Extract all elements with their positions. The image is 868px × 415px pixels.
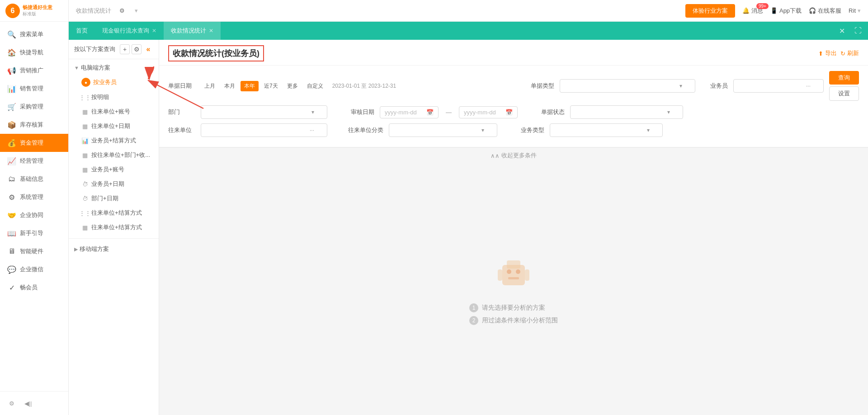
scheme-item-salesman-date[interactable]: ⏱ 业务员+日期 [69,177,159,191]
counterpart-class-label: 往来单位分类 [347,126,383,134]
review-date-to-input[interactable]: yyyy-mm-dd 📅 [459,106,518,118]
date-tab-this-year[interactable]: 本年 [241,81,259,91]
trial-button[interactable]: 体验行业方案 [685,4,735,18]
counterpart-class-select[interactable]: ▾ [389,123,497,137]
tab-close-cashflow[interactable]: ✕ [152,28,156,34]
sidebar-item-marketing[interactable]: 📢 营销推广 [0,61,68,80]
add-scheme-button[interactable]: + [120,44,130,54]
export-button[interactable]: ⬆ 导出 [818,49,837,57]
active-circle-icon: ● [81,78,90,87]
date-tab-more[interactable]: 更多 [283,81,302,91]
scheme-item-salesman-account[interactable]: ▦ 业务员+账号 [69,162,159,177]
svg-point-2 [507,269,511,274]
tab-cashflow[interactable]: 现金银行流水查询 ✕ [95,22,164,40]
unit-dept-icon: ▦ [81,151,89,159]
scheme-item-detail[interactable]: ⋮⋮ 按明细 [69,90,159,104]
scheme-item-unit-date[interactable]: ▦ 往来单位+日期 [69,119,159,133]
collapse-more-row[interactable]: ∧∧ 收起更多条件 [159,147,868,163]
collapse-more-button[interactable]: ∧∧ 收起更多条件 [491,151,537,160]
left-panel-header: 按以下方案查询 + ⚙ « [69,40,159,59]
tab-close-receipt[interactable]: ✕ [209,28,213,34]
scheme-item-dept-date[interactable]: ⏱ 部门+日期 [69,191,159,206]
empty-state: 1 请先选择要分析的方案 2 用过滤条件来缩小分析范围 [469,254,558,325]
sidebar-settings-button[interactable]: ⚙ [5,397,18,410]
scheme-item-salesman-settlement[interactable]: 📊 业务员+结算方式 [69,133,159,148]
voucher-status-select[interactable]: ▾ [570,105,683,119]
tab-close-all-button[interactable]: ✕ [835,24,848,37]
filter-action-buttons: 查询 设置 [829,71,859,101]
counterpart-select[interactable]: ··· [201,123,327,137]
sidebar-item-inventory[interactable]: 📦 库存核算 [0,116,68,134]
sidebar-item-purchase[interactable]: 🛒 采购管理 [0,98,68,116]
business-type-select[interactable]: ▾ [550,123,663,137]
business-type-label: 业务类型 [517,126,544,134]
scheme-item-unit-dept[interactable]: ▦ 按往来单位+部门+收... [69,148,159,162]
review-date-from-input[interactable]: yyyy-mm-dd 📅 [380,106,439,118]
tip-1: 1 请先选择要分析的方案 [469,303,558,312]
tab-receipt[interactable]: 收款情况统计 ✕ [164,22,221,40]
scheme-settings-button[interactable]: ⚙ [132,44,142,54]
voucher-status-arrow-icon: ▾ [667,109,670,115]
guide-icon: 📖 [7,229,16,238]
svg-rect-4 [508,277,519,279]
empty-illustration [493,254,534,294]
logo-area: 6 畅捷通好生意 标准版 [0,0,68,22]
business-type-arrow-icon: ▾ [647,127,650,133]
tip-2: 2 用过滤条件来缩小分析范围 [469,316,558,325]
unit-account-icon: ▦ [81,108,89,115]
panel-collapse-button[interactable]: « [143,44,153,54]
tree-section-desktop: ▼ 电脑端方案 ● 按业务员 ⋮⋮ 按明细 ▦ 往来单位+账号 ▦ [69,59,159,236]
scheme-item-unit-settlement1[interactable]: ⋮⋮ 往来单位+结算方式 [69,206,159,220]
logo-text: 畅捷通好生意 标准版 [23,4,52,17]
sidebar-item-operation[interactable]: 📈 经营管理 [0,152,68,170]
scheme-item-unit-account[interactable]: ▦ 往来单位+账号 [69,104,159,119]
date-tab-7days[interactable]: 近7天 [260,81,282,91]
tree-mobile-header[interactable]: ▶ 移动端方案 [69,242,159,256]
salesman-account-icon: ▦ [81,166,89,173]
sidebar-item-enterprise[interactable]: 🤝 企业协同 [0,206,68,224]
app-download-button[interactable]: 📱 App下载 [770,7,802,15]
sidebar-item-sales[interactable]: 📊 销售管理 [0,80,68,98]
date-tab-last-month[interactable]: 上月 [201,81,219,91]
tab-home[interactable]: 首页 [69,22,95,40]
user-name[interactable]: Rit ▾ [849,7,861,14]
salesman-date-icon: ⏱ [81,180,89,188]
tree-desktop-header[interactable]: ▼ 电脑端方案 [69,61,159,75]
sidebar-item-wechat[interactable]: 💬 企业微信 [0,260,68,278]
sidebar-item-guide[interactable]: 📖 新手引导 [0,224,68,242]
online-service-button[interactable]: 🎧 在线客服 [809,7,841,15]
sidebar-item-quick-nav[interactable]: 🏠 快捷导航 [0,43,68,61]
sidebar-item-finance[interactable]: 💰 资金管理 [0,134,68,152]
sidebar-item-basic[interactable]: 🗂 基础信息 [0,170,68,188]
date-tab-custom[interactable]: 自定义 [303,81,327,91]
search-icon: 🔍 [7,30,16,39]
salesman-arrow-icon: ··· [806,83,811,89]
filter-settings-button[interactable]: 设置 [829,86,859,101]
sidebar-item-member[interactable]: ✓ 畅会员 [0,278,68,297]
date-separator: — [446,109,452,116]
sidebar-collapse-button[interactable]: ◀|| [22,397,34,410]
refresh-button[interactable]: ↻ 刷新 [840,49,859,57]
dept-select[interactable]: ▾ [201,105,327,119]
date-label: 单据日期 [168,82,195,90]
left-panel: 按以下方案查询 + ⚙ « ▼ 电脑端方案 ● 按业务员 ⋮⋮ [69,40,159,415]
unit-settlement1-icon: ⋮⋮ [81,209,89,217]
inventory-icon: 📦 [7,120,16,129]
topbar: 收款情况统计 ⚙ ▾ 体验行业方案 🔔 消息 99+ 📱 App下载 🎧 在线客… [69,0,868,22]
sidebar-item-system[interactable]: ⚙ 系统管理 [0,188,68,206]
sidebar-item-search-menu[interactable]: 🔍 搜索菜单 [0,25,68,43]
date-tabs: 上月 本月 本年 近7天 更多 自定义 [201,81,327,91]
topbar-settings-button[interactable]: ⚙ [115,4,129,18]
date-tab-this-month[interactable]: 本月 [221,81,239,91]
download-icon: 📱 [770,7,778,14]
scheme-item-salesman[interactable]: ● 按业务员 [69,75,159,90]
enterprise-icon: 🤝 [7,211,16,220]
scheme-item-unit-settlement2[interactable]: ▦ 往来单位+结算方式 [69,220,159,235]
tab-maximize-button[interactable]: ⛶ [852,24,864,37]
query-button[interactable]: 查询 [829,71,859,85]
voucher-type-select[interactable]: ▾ [560,79,695,93]
sidebar-item-hardware[interactable]: 🖥 智能硬件 [0,242,68,260]
notification-button[interactable]: 🔔 消息 99+ [742,7,763,15]
sidebar-footer: ⚙ ◀|| [0,391,68,415]
salesman-select[interactable]: ··· [733,79,824,93]
